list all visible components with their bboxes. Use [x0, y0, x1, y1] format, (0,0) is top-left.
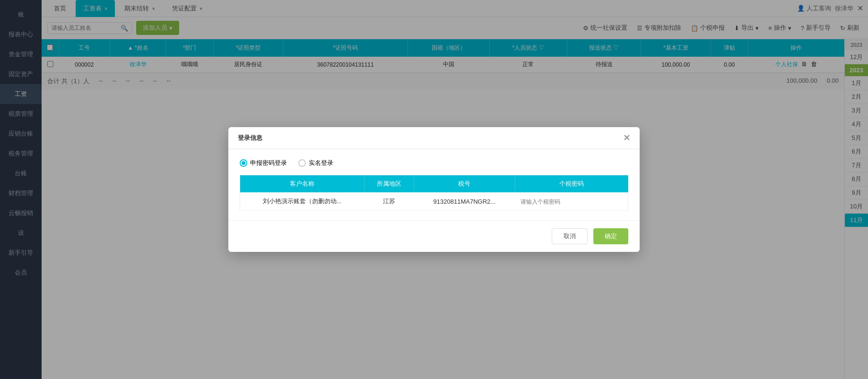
col-tax-id: 税号 — [414, 175, 515, 193]
col-region: 所属地区 — [364, 175, 414, 193]
radio-realname-label: 实名登录 — [309, 159, 333, 167]
dialog-header: 登录信息 ✕ — [228, 127, 640, 149]
radio-realname-login[interactable]: 实名登录 — [298, 159, 333, 167]
confirm-button[interactable]: 确定 — [593, 228, 628, 244]
login-table-row: 刘小艳演示账套（勿删勿动... 江苏 91320811MA7NGR2... — [240, 192, 628, 211]
radio-realname-dot — [298, 159, 306, 167]
tax-id-cell: 91320811MA7NGR2... — [414, 192, 515, 211]
cancel-button[interactable]: 取消 — [552, 228, 588, 244]
modal-overlay: 登录信息 ✕ 申报密码登录 实名登录 客户名称 所属 — [0, 0, 868, 379]
radio-password-dot — [240, 159, 247, 167]
password-cell[interactable] — [515, 192, 628, 211]
login-table: 客户名称 所属地区 税号 个税密码 刘小艳演示账套（勿删勿动... 江苏 913… — [240, 175, 628, 211]
col-password: 个税密码 — [515, 175, 628, 193]
client-name-cell: 刘小艳演示账套（勿删勿动... — [240, 192, 365, 211]
region-cell: 江苏 — [364, 192, 414, 211]
radio-group: 申报密码登录 实名登录 — [240, 159, 628, 167]
dialog-body: 申报密码登录 实名登录 客户名称 所属地区 税号 个税密码 — [228, 149, 640, 220]
radio-password-label: 申报密码登录 — [250, 159, 287, 167]
dialog-footer: 取消 确定 — [228, 220, 640, 252]
password-input[interactable] — [521, 198, 622, 205]
col-client-name: 客户名称 — [240, 175, 365, 193]
login-dialog: 登录信息 ✕ 申报密码登录 实名登录 客户名称 所属 — [228, 127, 640, 252]
dialog-title: 登录信息 — [238, 134, 262, 142]
radio-password-login[interactable]: 申报密码登录 — [240, 159, 287, 167]
dialog-close-button[interactable]: ✕ — [623, 134, 630, 142]
